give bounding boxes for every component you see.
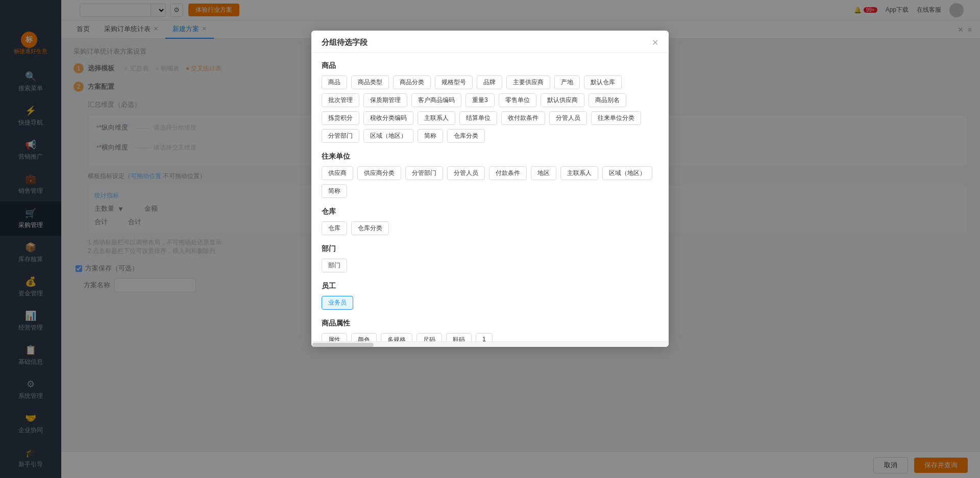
field-tag-主联系人[interactable]: 主联系人 <box>560 166 598 180</box>
field-tags-商品: 商品商品类型商品分类规格型号品牌主要供应商产地默认仓库批次管理保质期管理客户商品… <box>322 76 658 143</box>
field-tag-批次管理[interactable]: 批次管理 <box>322 93 359 107</box>
field-tag-区域（地区）[interactable]: 区域（地区） <box>602 166 652 180</box>
field-tag-商品分类[interactable]: 商品分类 <box>393 76 431 89</box>
field-tag-主要供应商[interactable]: 主要供应商 <box>506 76 550 89</box>
section-title: 部门 <box>322 244 658 254</box>
field-tag-税收分类编码[interactable]: 税收分类编码 <box>363 111 413 125</box>
field-tag-拣货积分[interactable]: 拣货积分 <box>322 111 359 125</box>
field-tag-付款条件[interactable]: 付款条件 <box>489 166 527 180</box>
field-tags-仓库: 仓库仓库分类 <box>322 221 658 235</box>
field-tag-主联系人[interactable]: 主联系人 <box>418 111 455 125</box>
field-section-商品属性: 商品属性属性颜色多规格尺码鞋码1 <box>322 319 658 323</box>
field-section-员工: 员工业务员 <box>322 282 658 310</box>
modal-overlay: 分组待选字段 ✕ 商品商品商品类型商品分类规格型号品牌主要供应商产地默认仓库批次… <box>0 0 980 323</box>
field-tag-分管人员[interactable]: 分管人员 <box>447 166 485 180</box>
field-section-仓库: 仓库仓库仓库分类 <box>322 207 658 235</box>
field-select-modal: 分组待选字段 ✕ 商品商品商品类型商品分类规格型号品牌主要供应商产地默认仓库批次… <box>311 31 669 323</box>
field-tag-品牌[interactable]: 品牌 <box>477 76 502 89</box>
field-tag-分管人员[interactable]: 分管人员 <box>549 111 587 125</box>
field-tag-零售单位[interactable]: 零售单位 <box>499 93 536 107</box>
field-tag-商品[interactable]: 商品 <box>322 76 347 89</box>
section-title: 商品 <box>322 61 658 70</box>
field-tag-产地[interactable]: 产地 <box>554 76 580 89</box>
field-tag-客户商品编码[interactable]: 客户商品编码 <box>411 93 461 107</box>
section-title: 商品属性 <box>322 319 658 323</box>
field-tag-往来单位分类[interactable]: 往来单位分类 <box>591 111 641 125</box>
field-tag-分管部门[interactable]: 分管部门 <box>405 166 443 180</box>
field-tag-仓库[interactable]: 仓库 <box>322 221 347 235</box>
field-tag-简称[interactable]: 简称 <box>322 184 347 198</box>
field-tag-部门[interactable]: 部门 <box>322 259 347 272</box>
field-tag-收付款条件[interactable]: 收付款条件 <box>501 111 545 125</box>
section-title: 仓库 <box>322 207 658 216</box>
modal-header: 分组待选字段 ✕ <box>311 31 669 53</box>
modal-body[interactable]: 商品商品商品类型商品分类规格型号品牌主要供应商产地默认仓库批次管理保质期管理客户… <box>311 53 669 323</box>
field-section-往来单位: 往来单位供应商供应商分类分管部门分管人员付款条件地区主联系人区域（地区）简称 <box>322 152 658 198</box>
field-tag-供应商[interactable]: 供应商 <box>322 166 353 180</box>
field-tag-保质期管理[interactable]: 保质期管理 <box>363 93 407 107</box>
field-section-商品: 商品商品商品类型商品分类规格型号品牌主要供应商产地默认仓库批次管理保质期管理客户… <box>322 61 658 143</box>
field-tag-分管部门[interactable]: 分管部门 <box>322 129 359 143</box>
field-tag-仓库分类[interactable]: 仓库分类 <box>351 221 389 235</box>
field-tag-业务员[interactable]: 业务员 <box>322 296 353 310</box>
modal-title: 分组待选字段 <box>322 38 368 47</box>
field-tag-商品类型[interactable]: 商品类型 <box>351 76 389 89</box>
field-tags-部门: 部门 <box>322 259 658 272</box>
field-tag-地区[interactable]: 地区 <box>531 166 556 180</box>
field-tag-规格型号[interactable]: 规格型号 <box>435 76 473 89</box>
field-tag-仓库分类[interactable]: 仓库分类 <box>447 129 485 143</box>
field-tags-往来单位: 供应商供应商分类分管部门分管人员付款条件地区主联系人区域（地区）简称 <box>322 166 658 198</box>
field-tag-默认仓库[interactable]: 默认仓库 <box>584 76 622 89</box>
field-tags-员工: 业务员 <box>322 296 658 310</box>
field-tag-商品别名[interactable]: 商品别名 <box>589 93 626 107</box>
section-title: 员工 <box>322 282 658 291</box>
field-tag-默认供应商[interactable]: 默认供应商 <box>541 93 584 107</box>
field-tag-结算单位[interactable]: 结算单位 <box>459 111 497 125</box>
field-tag-简称[interactable]: 简称 <box>418 129 443 143</box>
modal-close-btn[interactable]: ✕ <box>652 38 658 47</box>
field-tag-重量3[interactable]: 重量3 <box>465 93 495 107</box>
field-section-部门: 部门部门 <box>322 244 658 272</box>
field-tag-供应商分类[interactable]: 供应商分类 <box>357 166 401 180</box>
field-tag-区域（地区）[interactable]: 区域（地区） <box>363 129 413 143</box>
section-title: 往来单位 <box>322 152 658 161</box>
